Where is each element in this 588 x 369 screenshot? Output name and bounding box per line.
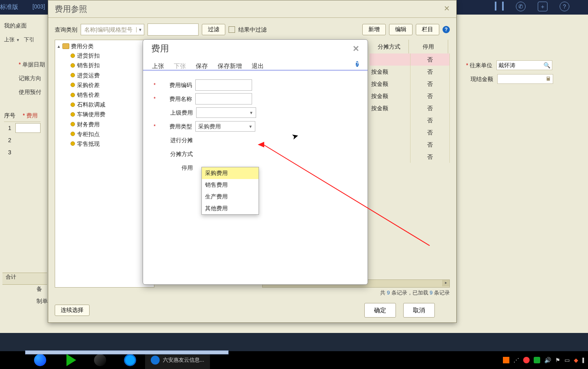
- help-icon[interactable]: ?: [560, 2, 569, 11]
- filter-in-result-checkbox[interactable]: [229, 26, 235, 33]
- query-type-label: 查询类别: [55, 26, 77, 33]
- table-row[interactable]: 否: [370, 139, 450, 151]
- fee-name-label: 费用名称: [157, 95, 192, 102]
- fee-edit-dialog: 费用 ✕ 上张 下张 保存 保存新增 退出 ? *费用编码 *费用名称 上级费用…: [143, 39, 368, 285]
- tree-item[interactable]: 专柜扣点: [71, 129, 152, 139]
- table-row[interactable]: 否: [370, 53, 450, 66]
- col-disabled: 停用: [409, 40, 448, 53]
- prev-tab[interactable]: 上张: [152, 62, 164, 70]
- table-row[interactable]: 否: [370, 151, 450, 163]
- bullet-icon: [71, 93, 75, 97]
- headset-icon[interactable]: ✆: [516, 2, 526, 11]
- filter-in-result-label: 结果中过滤: [238, 26, 267, 33]
- cancel-button[interactable]: 取消: [403, 303, 435, 318]
- next-tab: 下张: [174, 62, 186, 70]
- tree-item[interactable]: 采购价差: [71, 80, 152, 90]
- tray-volume-icon[interactable]: 🔊: [544, 356, 551, 364]
- seq-row-1: 1: [4, 124, 15, 132]
- query-type-select[interactable]: 名称|编码|规格型号▼: [81, 24, 144, 35]
- modal2-title: 费用: [151, 43, 169, 55]
- window-preview-strip: [25, 350, 229, 354]
- query-input[interactable]: [148, 23, 199, 36]
- parent-fee-label: 上级费用: [158, 109, 193, 116]
- calculator-icon[interactable]: 🖩: [546, 76, 551, 83]
- tree-item[interactable]: 财务费用: [71, 119, 152, 129]
- close-icon[interactable]: ✕: [444, 4, 450, 13]
- dropdown-option[interactable]: 其他费用: [202, 203, 259, 214]
- save-new-tab[interactable]: 保存新增: [218, 62, 242, 70]
- save-tab[interactable]: 保存: [196, 62, 208, 70]
- new-chat-icon[interactable]: ＋: [538, 2, 547, 11]
- tray-sogou-icon[interactable]: [503, 357, 509, 363]
- table-row[interactable]: 按金额否: [370, 66, 450, 78]
- tray-battery-icon[interactable]: ▭: [564, 356, 570, 364]
- tree-item[interactable]: 车辆使用费: [71, 109, 152, 119]
- my-desktop-link[interactable]: 我的桌面: [4, 22, 49, 29]
- taskbar: 六安惠友云信息... ⋰ 🔊 ⚑ ▭ ◆ ▌: [0, 351, 588, 369]
- bullet-icon: [71, 73, 75, 77]
- dropdown-option[interactable]: 销售费用: [202, 179, 259, 191]
- plug-icon[interactable]: [495, 2, 504, 11]
- bullet-icon: [71, 53, 75, 58]
- new-button[interactable]: 新增: [362, 24, 386, 35]
- seq-input-1[interactable]: [15, 123, 41, 133]
- partner-input[interactable]: 戴怀涛🔍: [496, 60, 552, 70]
- fee-type-dropdown[interactable]: 采购费用销售费用生产费用其他费用: [201, 167, 259, 215]
- app-title: 标准版: [0, 3, 18, 11]
- exit-tab[interactable]: 退出: [252, 62, 264, 70]
- parent-fee-select[interactable]: ▼: [196, 107, 256, 118]
- total-label: 合计: [2, 274, 16, 280]
- session-code: [003]: [32, 3, 45, 10]
- seq-row-2: 2: [4, 137, 15, 144]
- alloc-label: 进行分摊: [158, 137, 193, 144]
- disable-label: 停用: [158, 164, 193, 171]
- bullet-icon: [71, 132, 75, 136]
- bullet-icon: [71, 102, 75, 107]
- tree-item[interactable]: 进货运费: [71, 70, 152, 80]
- dialog-title: 费用参照: [55, 4, 87, 14]
- table-row[interactable]: 按金额否: [370, 102, 450, 114]
- dropdown-option[interactable]: 采购费用: [202, 167, 259, 179]
- tray-chevron-icon[interactable]: ▌: [582, 357, 586, 363]
- tray-action-icon[interactable]: ◆: [574, 356, 578, 364]
- ok-button[interactable]: 确定: [364, 303, 396, 318]
- continuous-select-button[interactable]: 连续选择: [55, 305, 90, 316]
- bullet-icon: [71, 141, 75, 146]
- acct-side-label: 记账方向: [19, 75, 41, 82]
- fee-code-input[interactable]: [195, 79, 252, 91]
- fee-name-input[interactable]: [195, 93, 252, 105]
- system-tray[interactable]: ⋰ 🔊 ⚑ ▭ ◆ ▌: [503, 351, 586, 369]
- cash-input[interactable]: 🖩: [497, 74, 553, 84]
- search-icon[interactable]: 🔍: [543, 62, 550, 69]
- alloc-method-label: 分摊方式: [158, 150, 193, 158]
- bill-date-label: 单据日期: [22, 61, 45, 68]
- edit-button[interactable]: 编辑: [389, 24, 413, 35]
- next-sheet-button[interactable]: 下引: [24, 36, 34, 43]
- tree-item[interactable]: 进货折扣: [71, 51, 152, 60]
- columns-button[interactable]: 栏目: [416, 24, 439, 35]
- tray-ww-icon[interactable]: [523, 357, 530, 363]
- tray-guard-icon[interactable]: [534, 357, 540, 363]
- dropdown-option[interactable]: 生产费用: [202, 191, 259, 203]
- seq-row-3: 3: [4, 149, 15, 156]
- help-icon[interactable]: ?: [443, 26, 450, 33]
- tray-flag-icon[interactable]: ⚑: [555, 356, 560, 364]
- fee-code-label: 费用编码: [157, 81, 192, 89]
- bullet-icon: [71, 112, 75, 117]
- tree-item[interactable]: 销售价差: [71, 90, 152, 100]
- table-row[interactable]: 否: [370, 114, 450, 126]
- help-icon[interactable]: ?: [356, 61, 359, 67]
- category-tree[interactable]: ▲费用分类 进货折扣销售折扣进货运费采购价差销售价差石料款调减车辆使用费财务费用…: [55, 40, 154, 288]
- table-row[interactable]: 否: [370, 126, 450, 139]
- tray-wifi-icon[interactable]: ⋰: [513, 356, 519, 364]
- cash-label: 现结金额: [470, 75, 493, 83]
- prev-sheet-button[interactable]: 上张 ▼: [4, 36, 20, 43]
- tree-item[interactable]: 销售折扣: [71, 60, 152, 70]
- filter-button[interactable]: 过滤: [202, 24, 225, 35]
- tree-item[interactable]: 石料款调减: [71, 100, 152, 109]
- table-row[interactable]: 按金额否: [370, 78, 450, 90]
- tree-item[interactable]: 零售抵现: [71, 139, 152, 149]
- table-row[interactable]: 按金额否: [370, 90, 450, 102]
- fee-type-select[interactable]: 采购费用▼: [195, 121, 255, 132]
- close-icon[interactable]: ✕: [353, 43, 359, 54]
